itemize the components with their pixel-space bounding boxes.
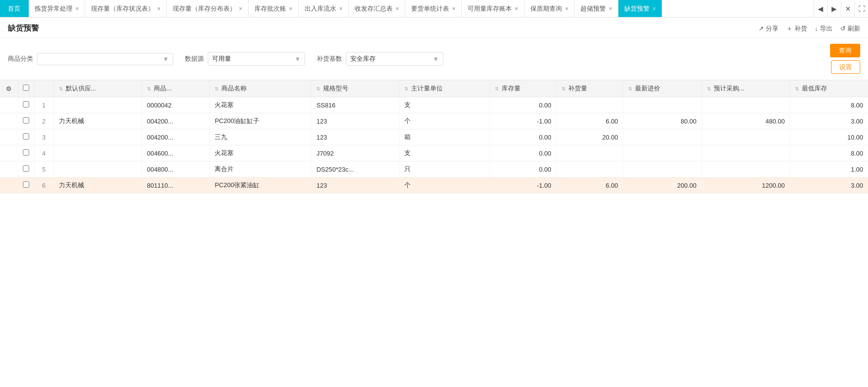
row-settings-0[interactable] <box>0 97 18 113</box>
row-settings-4[interactable] <box>0 161 18 177</box>
tab-home[interactable]: 首页 <box>0 0 29 17</box>
tab-order-stats-close[interactable]: × <box>452 5 455 12</box>
export-icon: ↓ <box>815 25 818 32</box>
row-checkbox-1[interactable] <box>23 117 29 123</box>
tab-abnormal[interactable]: 拣货异常处理 × <box>29 0 85 17</box>
replenish-base-select[interactable]: 安全库存 ▼ <box>346 52 443 66</box>
tab-inout-flow[interactable]: 出入库流水 × <box>299 0 349 17</box>
th-latest-price[interactable]: ⇅ 最新进价 <box>623 80 702 97</box>
th-min-stock[interactable]: ⇅ 最低库存 <box>790 80 868 97</box>
row-checkbox-cell-3[interactable] <box>18 145 34 161</box>
tab-expiry-query-label: 保质期查询 <box>530 4 562 13</box>
tab-inventory-dist-close[interactable]: × <box>239 5 242 12</box>
th-product-code[interactable]: ⇅ 商品... <box>142 80 209 97</box>
tab-close-btn[interactable]: ✕ <box>841 0 854 18</box>
settings-button[interactable]: 设置 <box>831 60 860 74</box>
row-spec-3: J7092 <box>311 145 399 161</box>
tab-order-stats[interactable]: 要货单统计表 × <box>405 0 462 17</box>
row-checkbox-2[interactable] <box>23 133 29 140</box>
row-spec-5: 123 <box>311 177 399 194</box>
th-est-purchase[interactable]: ⇅ 预计采购... <box>702 80 790 97</box>
tab-overstock-close[interactable]: × <box>609 5 612 12</box>
th-latest-price-label: 最新进价 <box>635 84 660 93</box>
tab-collect-summary-close[interactable]: × <box>396 5 399 12</box>
tab-inventory-status[interactable]: 现存量（库存状况表） × <box>85 0 167 17</box>
row-spec-2: 123 <box>311 129 399 145</box>
row-unit-3: 支 <box>399 145 489 161</box>
row-checkbox-cell-4[interactable] <box>18 161 34 177</box>
tab-shortage-close[interactable]: × <box>652 5 656 12</box>
tab-expiry-query-close[interactable]: × <box>565 5 568 12</box>
page-content: 缺货预警 ↗ 分享 ＋ 补货 ↓ 导出 ↺ 刷新 商品分类 <box>0 18 868 387</box>
th-settings[interactable]: ⚙ <box>0 80 18 97</box>
tab-expiry-query[interactable]: 保质期查询 × <box>524 0 575 17</box>
replenish-base-select-value: 安全库存 <box>350 54 429 63</box>
table-row: 3 004200... 三九 123 箱 0.00 20.00 10.00 <box>0 129 868 145</box>
gear-icon: ⚙ <box>6 85 12 92</box>
row-min-stock-3: 8.00 <box>790 145 868 161</box>
row-settings-2[interactable] <box>0 129 18 145</box>
row-settings-5[interactable] <box>0 177 18 194</box>
row-est-purchase-1: 480.00 <box>702 113 790 129</box>
tab-batch-account[interactable]: 库存批次账 × <box>249 0 299 17</box>
th-stock-qty[interactable]: ⇅ 库存量 <box>489 80 556 97</box>
tab-inventory-status-close[interactable]: × <box>157 5 161 12</box>
tab-prev-btn[interactable]: ◀ <box>814 0 827 18</box>
th-spec[interactable]: ⇅ 规格型号 <box>311 80 399 97</box>
row-checkbox-5[interactable] <box>23 181 29 188</box>
row-checkbox-3[interactable] <box>23 149 29 156</box>
tab-next-btn[interactable]: ▶ <box>827 0 841 18</box>
th-replenish-qty[interactable]: ⇅ 补货量 <box>557 80 623 97</box>
row-supplier-3 <box>54 145 142 161</box>
share-icon: ↗ <box>759 25 764 32</box>
category-select[interactable]: ▼ <box>37 53 173 65</box>
tab-maximize-btn[interactable]: ⛶ <box>854 0 868 18</box>
row-settings-1[interactable] <box>0 113 18 129</box>
tab-overstock[interactable]: 超储预警 × <box>575 0 618 17</box>
row-checkbox-cell-5[interactable] <box>18 177 34 194</box>
row-checkbox-cell-2[interactable] <box>18 129 34 145</box>
th-checkbox[interactable] <box>18 80 34 97</box>
row-replenish-qty-0 <box>557 97 623 113</box>
th-replenish-qty-label: 补货量 <box>568 84 587 93</box>
th-min-stock-label: 最低库存 <box>802 84 827 93</box>
sort-code-icon: ⇅ <box>147 86 151 91</box>
tab-abnormal-close[interactable]: × <box>75 5 79 12</box>
table-row: 5 004800... 离合片 DS250*23c... 只 0.00 1.00 <box>0 161 868 177</box>
row-checkbox-cell-0[interactable] <box>18 97 34 113</box>
table-row: 4 004600... 火花塞 J7092 支 0.00 8.00 <box>0 145 868 161</box>
th-product-name[interactable]: ⇅ 商品名称 <box>210 80 311 97</box>
refresh-label: 刷新 <box>848 24 860 33</box>
tab-available-ledger[interactable]: 可用量库存账本 × <box>462 0 524 17</box>
tab-available-ledger-close[interactable]: × <box>515 5 518 12</box>
row-min-stock-5: 3.00 <box>790 177 868 194</box>
row-checkbox-0[interactable] <box>23 101 29 107</box>
table-row: 6 力天机械 801110... PC200张紧油缸 123 个 -1.00 6… <box>0 177 868 194</box>
th-product-name-label: 商品名称 <box>221 84 247 93</box>
tab-order-stats-label: 要货单统计表 <box>411 4 449 13</box>
th-default-supplier[interactable]: ⇅ 默认供应... <box>54 80 142 97</box>
tab-shortage[interactable]: 缺货预警 × <box>618 0 662 17</box>
tab-collect-summary[interactable]: 收发存汇总表 × <box>349 0 405 17</box>
query-button[interactable]: 查询 <box>830 44 860 57</box>
export-button[interactable]: ↓ 导出 <box>815 24 833 33</box>
replenish-button[interactable]: ＋ 补货 <box>786 24 807 33</box>
share-button[interactable]: ↗ 分享 <box>759 24 778 33</box>
datasource-select[interactable]: 可用量 ▼ <box>208 52 305 66</box>
row-est-purchase-2 <box>702 129 790 145</box>
row-checkbox-4[interactable] <box>23 165 29 172</box>
row-unit-2: 箱 <box>399 129 489 145</box>
datasource-filter-group: 数据源 可用量 ▼ <box>185 52 305 66</box>
th-spec-label: 规格型号 <box>323 84 348 93</box>
tab-batch-account-close[interactable]: × <box>289 5 292 12</box>
refresh-button[interactable]: ↺ 刷新 <box>840 24 860 33</box>
row-checkbox-cell-1[interactable] <box>18 113 34 129</box>
row-index-3: 4 <box>34 145 54 161</box>
tab-inventory-dist[interactable]: 现存量（库存分布表） × <box>167 0 249 17</box>
select-all-checkbox[interactable] <box>23 85 29 91</box>
row-unit-4: 只 <box>399 161 489 177</box>
row-settings-3[interactable] <box>0 145 18 161</box>
tab-inout-flow-close[interactable]: × <box>339 5 343 12</box>
th-unit[interactable]: ⇅ 主计量单位 <box>399 80 489 97</box>
tab-batch-account-label: 库存批次账 <box>254 4 286 13</box>
